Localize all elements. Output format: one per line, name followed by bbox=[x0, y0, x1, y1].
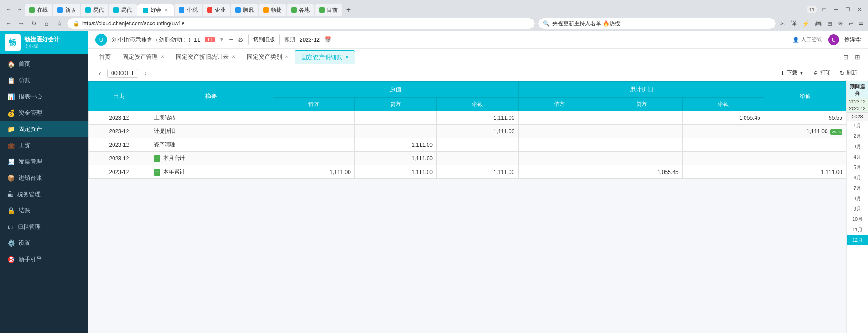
period-month-4[interactable]: 4月 bbox=[847, 152, 868, 162]
bookmark-btn[interactable]: ☆ bbox=[54, 19, 64, 28]
tab-tax[interactable]: 个税 bbox=[175, 4, 202, 16]
col-dep-credit: 贷方 bbox=[600, 98, 682, 111]
settings-btn[interactable]: ⚙ bbox=[238, 36, 244, 43]
sidebar-inventory-label: 进销台账 bbox=[19, 174, 42, 182]
back-btn[interactable]: ← bbox=[4, 5, 14, 14]
forward-nav-btn[interactable]: → bbox=[16, 19, 26, 28]
sidebar-item-close[interactable]: 🔒 结账 bbox=[0, 202, 88, 219]
brightness-btn[interactable]: ☀ bbox=[836, 20, 844, 27]
period-month-3[interactable]: 3月 bbox=[847, 141, 868, 152]
tab-home-page[interactable]: 首页 bbox=[94, 50, 116, 64]
period-month-8[interactable]: 8月 bbox=[847, 193, 868, 204]
selected-period-1[interactable]: 2023.12 bbox=[847, 98, 868, 105]
sidebar-item-settings[interactable]: ⚙️ 设置 bbox=[0, 235, 88, 251]
maximize-btn[interactable]: ☐ bbox=[843, 5, 853, 14]
tab-new[interactable]: 新版 bbox=[53, 4, 80, 16]
period-month-5[interactable]: 5月 bbox=[847, 162, 868, 173]
tab-fixed-category[interactable]: 固定资产类别 ✕ bbox=[241, 50, 294, 64]
next-page-btn[interactable]: › bbox=[141, 69, 150, 78]
add-account-btn[interactable]: + bbox=[229, 36, 233, 44]
calendar-icon[interactable]: 📅 bbox=[324, 36, 331, 43]
sidebar-item-guide[interactable]: 🎯 新手引导 bbox=[0, 251, 88, 267]
tab-fixed-depreciation[interactable]: 固定资产折旧统计表 ✕ bbox=[170, 50, 241, 64]
tab-gedi[interactable]: 各地 bbox=[287, 4, 314, 16]
cell-net-1: 55.55 bbox=[764, 111, 846, 125]
col-date: 日期 bbox=[89, 82, 150, 111]
sidebar-item-fixed[interactable]: 📁 固定资产 bbox=[0, 121, 88, 137]
cell-orig-credit-4: 1,111.00 bbox=[354, 152, 436, 165]
tab-yidai2[interactable]: 易代 bbox=[109, 4, 137, 16]
undo-btn[interactable]: ↩ bbox=[847, 20, 855, 27]
tab-fixed-mgmt-close[interactable]: ✕ bbox=[160, 54, 164, 59]
cell-dep-debit-2 bbox=[519, 125, 600, 138]
table-row: 2023-12 计提折旧 1,111.00 1,111.00 2023 bbox=[89, 125, 846, 138]
tab-mubiao[interactable]: 目前 bbox=[315, 4, 342, 16]
sidebar-item-home[interactable]: 🏠 首页 bbox=[0, 56, 88, 72]
restore-btn[interactable]: □ bbox=[819, 5, 829, 14]
refresh-btn[interactable]: ↻ 刷新 bbox=[836, 67, 861, 79]
cell-summary-4-text: 本月合计 bbox=[163, 155, 185, 161]
sidebar-item-inventory[interactable]: 📦 进销台账 bbox=[0, 170, 88, 186]
translate-btn[interactable]: 译 bbox=[789, 19, 798, 28]
period-month-2[interactable]: 2月 bbox=[847, 131, 868, 141]
period-month-7[interactable]: 7月 bbox=[847, 183, 868, 193]
tab-haohui[interactable]: 好会 ✕ bbox=[137, 4, 174, 16]
period-month-9[interactable]: 9月 bbox=[847, 204, 868, 214]
period-month-12[interactable]: 12月 bbox=[847, 235, 868, 245]
forward-btn[interactable]: → bbox=[14, 5, 24, 14]
expand-btn[interactable]: ⊞ bbox=[853, 52, 863, 62]
cell-dep-balance-2 bbox=[682, 125, 764, 138]
tab-tencent[interactable]: 腾讯 bbox=[231, 4, 258, 16]
tab-online[interactable]: 在线 bbox=[25, 4, 52, 16]
tab-mubiao-label: 目前 bbox=[327, 6, 338, 14]
print-btn[interactable]: 🖨 打印 bbox=[809, 67, 835, 79]
tab-fixed-depreciation-close[interactable]: ✕ bbox=[231, 54, 235, 59]
period-month-1[interactable]: 1月 bbox=[847, 121, 868, 131]
game-btn[interactable]: 🎮 bbox=[813, 20, 823, 27]
coupon-btn[interactable]: ⚡ bbox=[801, 20, 811, 27]
tab-enterprise[interactable]: 企业 bbox=[203, 4, 230, 16]
tab-fixed-detail-close[interactable]: ✕ bbox=[345, 55, 349, 60]
back-nav-btn[interactable]: ← bbox=[4, 19, 14, 28]
grid-btn[interactable]: ⊞ bbox=[826, 20, 834, 27]
switch-version-btn[interactable]: 切到旧版 bbox=[248, 34, 280, 45]
tab-fixed-mgmt[interactable]: 固定资产管理 ✕ bbox=[117, 50, 170, 64]
minimize-btn[interactable]: ─ bbox=[831, 5, 841, 14]
prev-page-btn[interactable]: ‹ bbox=[95, 69, 104, 78]
period-month-11[interactable]: 11月 bbox=[847, 225, 868, 235]
selected-period-2[interactable]: 2023.12 bbox=[847, 105, 868, 112]
tab-fixed-category-close[interactable]: ✕ bbox=[285, 54, 288, 59]
sidebar-item-archive[interactable]: 🗂 归档管理 bbox=[0, 219, 88, 235]
period-month-6[interactable]: 6月 bbox=[847, 173, 868, 183]
home-nav-btn[interactable]: ⌂ bbox=[42, 19, 52, 28]
sidebar-item-general[interactable]: 📋 总账 bbox=[0, 72, 88, 89]
sidebar-item-report[interactable]: 📊 报表中心 bbox=[0, 89, 88, 105]
cell-dep-debit-4 bbox=[519, 152, 600, 165]
tab-fixed-detail-label: 固定资产明细账 bbox=[301, 53, 342, 61]
service-icon: 👤 bbox=[793, 37, 799, 43]
close-window-btn[interactable]: ✕ bbox=[854, 5, 864, 14]
tab-yidai1[interactable]: 易代 bbox=[81, 4, 108, 16]
download-icon: ⬇ bbox=[780, 70, 785, 76]
sidebar-item-payroll[interactable]: 💼 工资 bbox=[0, 137, 88, 154]
new-tab-button[interactable]: + bbox=[343, 5, 354, 16]
tab-changjie[interactable]: 畅捷 bbox=[259, 4, 286, 16]
tab-fixed-detail[interactable]: 固定资产明细账 ✕ bbox=[295, 50, 355, 64]
sidebar-item-tax[interactable]: 🏛 税务管理 bbox=[0, 186, 88, 202]
period-month-10[interactable]: 10月 bbox=[847, 214, 868, 225]
url-bar[interactable]: 🔒 https://cloud.chanjet.com/accounting/u… bbox=[67, 18, 535, 29]
scissors-btn[interactable]: ✂ bbox=[779, 20, 787, 27]
service-btn[interactable]: 👤 人工咨询 bbox=[793, 36, 823, 43]
payroll-icon: 💼 bbox=[7, 142, 15, 149]
tab-haohui-close[interactable]: ✕ bbox=[165, 8, 168, 13]
dropdown-icon[interactable]: ▼ bbox=[219, 37, 225, 43]
more-btn[interactable]: ≡ bbox=[858, 19, 864, 28]
search-bar[interactable]: 🔍 央视更新主持人名单 🔥热搜 bbox=[538, 18, 776, 29]
sidebar-item-invoice[interactable]: 🧾 发票管理 bbox=[0, 154, 88, 170]
sidebar-item-fund[interactable]: 💰 资金管理 bbox=[0, 105, 88, 121]
reload-btn[interactable]: ↻ bbox=[29, 19, 39, 28]
cell-date-2: 2023-12 bbox=[89, 125, 150, 138]
collapse-btn[interactable]: ⊟ bbox=[841, 52, 851, 62]
download-btn[interactable]: ⬇ 下载 ▼ bbox=[777, 67, 807, 79]
cell-orig-debit-5: 1,111.00 bbox=[273, 165, 354, 179]
